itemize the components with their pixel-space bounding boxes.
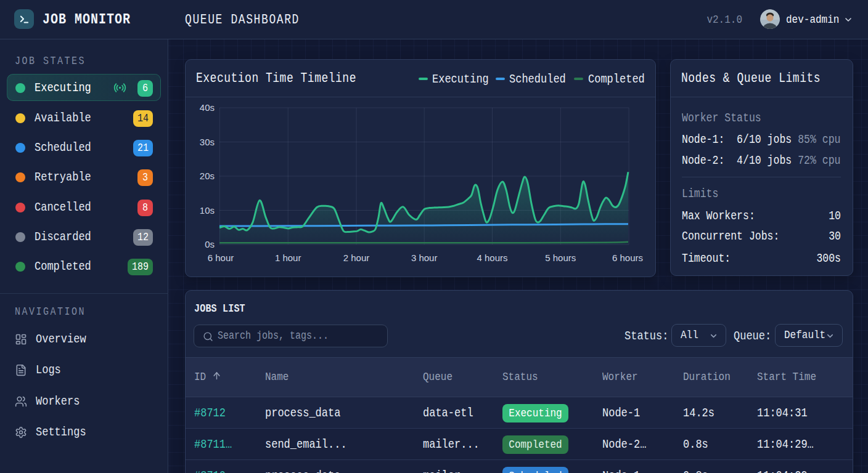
svg-text:0s: 0s	[205, 239, 215, 249]
svg-text:30s: 30s	[200, 137, 215, 147]
svg-text:40s: 40s	[200, 102, 215, 113]
svg-text:20s: 20s	[200, 171, 215, 181]
svg-text:10s: 10s	[200, 205, 215, 216]
svg-text:3 hour: 3 hour	[411, 253, 438, 263]
svg-text:1 hour: 1 hour	[275, 253, 301, 263]
svg-text:6 hours: 6 hours	[612, 253, 643, 263]
svg-text:4 hours: 4 hours	[477, 253, 507, 263]
svg-text:5 hours: 5 hours	[545, 253, 576, 263]
svg-text:6 hour: 6 hour	[208, 253, 234, 263]
svg-text:2 hour: 2 hour	[343, 253, 370, 263]
